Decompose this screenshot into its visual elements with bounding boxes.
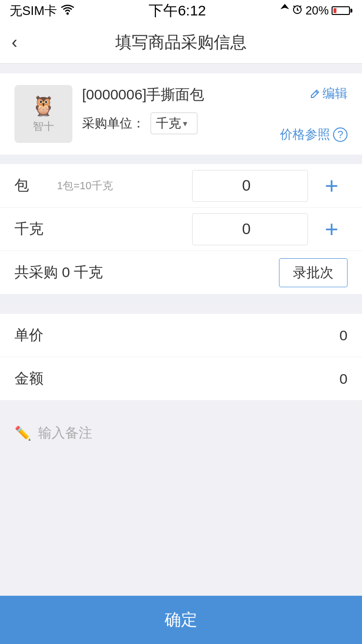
price-ref-button[interactable]: 价格参照 ? — [280, 126, 348, 143]
status-time: 下午6:12 — [149, 1, 206, 21]
input-sublabel-bags: 1包=10千克 — [57, 179, 113, 193]
unit-price-label: 单价 — [14, 325, 43, 345]
edit-button[interactable]: 编辑 — [310, 85, 348, 102]
help-icon: ? — [333, 127, 348, 142]
section-divider-1 — [0, 154, 362, 164]
unit-price-value: 0 — [339, 327, 348, 344]
status-carrier: 无SIM卡 — [10, 2, 74, 19]
product-name: [0000006]手撕面包 — [82, 85, 348, 105]
unit-value: 千克 — [156, 115, 181, 132]
unit-label: 采购单位： — [82, 115, 145, 132]
battery-percentage: 20% — [306, 4, 329, 17]
record-batch-button[interactable]: 录批次 — [279, 258, 348, 287]
total-row: 共采购 0 千克 录批次 — [0, 251, 362, 294]
nav-bar: ‹ 填写商品采购信息 — [0, 21, 362, 64]
unit-select[interactable]: 千克 ▾ — [151, 112, 197, 134]
total-label: 共采购 0 千克 — [14, 263, 103, 282]
input-label-bags: 包 — [14, 176, 53, 196]
bags-increment-button[interactable]: + — [316, 170, 348, 202]
status-right: 20% — [280, 4, 352, 17]
chevron-down-icon: ▾ — [183, 118, 187, 129]
section-divider-2 — [0, 294, 362, 304]
amount-label: 金额 — [14, 369, 43, 389]
confirm-button[interactable]: 确定 — [0, 596, 362, 644]
bags-quantity-input[interactable] — [192, 170, 308, 202]
kg-quantity-input[interactable] — [192, 213, 308, 245]
input-row-bags: 包 1包=10千克 + — [0, 164, 362, 208]
remark-placeholder: 输入备注 — [38, 424, 92, 442]
location-icon — [280, 4, 289, 17]
carrier-text: 无SIM卡 — [10, 2, 57, 19]
input-section: 包 1包=10千克 + 千克 + — [0, 164, 362, 251]
kg-increment-button[interactable]: + — [316, 213, 348, 245]
status-bar: 无SIM卡 下午6:12 20% — [0, 0, 362, 21]
input-label-kg: 千克 — [14, 219, 53, 239]
amount-value: 0 — [339, 371, 348, 387]
product-owl-icon: 🦉 — [31, 95, 56, 117]
price-row-amount: 金额 0 — [0, 357, 362, 401]
input-field-wrap-bags: + — [113, 170, 348, 202]
back-button[interactable]: ‹ — [12, 32, 17, 53]
battery-icon — [332, 6, 352, 15]
price-row-unit: 单价 0 — [0, 314, 362, 357]
svg-point-0 — [67, 12, 69, 14]
input-field-wrap-kg: + — [53, 213, 348, 245]
alarm-icon — [292, 4, 303, 17]
wifi-icon — [61, 3, 74, 18]
product-image-subtext: 智十 — [33, 119, 54, 134]
page-title: 填写商品采购信息 — [115, 31, 247, 54]
product-image: 🦉 智十 — [14, 85, 72, 143]
price-section: 单价 0 金额 0 — [0, 314, 362, 401]
product-card: 🦉 智十 [0000006]手撕面包 采购单位： 千克 ▾ 编辑 价格参照 ? — [0, 73, 362, 154]
input-row-kg: 千克 + — [0, 208, 362, 251]
pencil-icon: ✏️ — [14, 425, 31, 441]
remark-section[interactable]: ✏️ 输入备注 — [0, 410, 362, 456]
